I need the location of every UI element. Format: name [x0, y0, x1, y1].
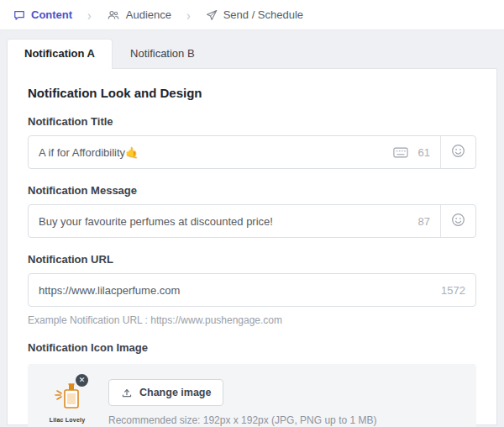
- url-field: Notification URL https://www.lilacperfum…: [28, 253, 476, 326]
- title-field: Notification Title A if for Affordibilit…: [28, 115, 476, 169]
- upload-icon: [121, 387, 133, 398]
- keyboard-icon[interactable]: [393, 147, 408, 158]
- image-size-recommendation: Recommended size: 192px x 192px (JPG, PN…: [108, 414, 376, 426]
- content-chat-icon: [13, 9, 25, 21]
- url-value[interactable]: https://www.lilacperfume.com: [29, 274, 431, 306]
- title-emoji-picker-button[interactable]: [440, 136, 475, 168]
- message-value[interactable]: Buy your favourite perfumes at discounte…: [29, 205, 408, 237]
- change-image-label: Change image: [139, 387, 211, 398]
- breadcrumb-label: Send / Schedule: [223, 8, 303, 21]
- breadcrumb-item-audience[interactable]: Audience: [107, 8, 171, 21]
- message-char-counter: 87: [418, 215, 430, 228]
- remove-image-button[interactable]: ✕: [76, 374, 88, 387]
- tab-notification-a[interactable]: Notification A: [7, 39, 113, 69]
- message-field: Notification Message Buy your favourite …: [28, 184, 476, 238]
- url-helper-text: Example Notification URL : https://www.p…: [28, 314, 476, 326]
- chevron-right-icon: ›: [87, 7, 92, 23]
- icon-image-label: Notification Icon Image: [28, 341, 476, 354]
- message-emoji-picker-button[interactable]: [440, 205, 475, 237]
- notification-design-panel: Notification Look and Design Notificatio…: [7, 68, 497, 425]
- perfume-bottle-image: [49, 403, 86, 415]
- audience-people-icon: [107, 9, 120, 21]
- message-input[interactable]: Buy your favourite perfumes at discounte…: [28, 204, 476, 238]
- send-paper-plane-icon: [206, 9, 218, 21]
- tab-notification-b[interactable]: Notification B: [113, 39, 213, 68]
- breadcrumb-item-send-schedule[interactable]: Send / Schedule: [206, 8, 303, 21]
- title-input[interactable]: A if for Affordibility🤙 61: [28, 135, 476, 169]
- breadcrumb-label: Audience: [126, 8, 171, 21]
- breadcrumb: Content › Audience › Send / Schedule: [0, 0, 504, 30]
- smiley-icon: [451, 144, 465, 161]
- breadcrumb-item-content[interactable]: Content: [13, 8, 72, 21]
- notification-tabs: Notification A Notification B: [7, 39, 504, 68]
- breadcrumb-label: Content: [31, 8, 72, 21]
- icon-image-box: ✕ Lilac Lovely: [28, 364, 476, 427]
- icon-image-thumbnail: ✕ Lilac Lovely: [41, 376, 93, 423]
- chevron-right-icon: ›: [186, 7, 191, 23]
- url-input[interactable]: https://www.lilacperfume.com 1572: [28, 273, 476, 307]
- message-label: Notification Message: [28, 184, 476, 197]
- smiley-icon: [451, 213, 465, 229]
- title-label: Notification Title: [28, 115, 476, 128]
- url-label: Notification URL: [28, 253, 476, 266]
- title-value[interactable]: A if for Affordibility🤙: [29, 136, 383, 168]
- url-char-counter: 1572: [441, 284, 465, 297]
- title-char-counter: 61: [418, 146, 430, 159]
- image-caption: Lilac Lovely: [41, 417, 93, 423]
- change-image-button[interactable]: Change image: [108, 379, 223, 406]
- section-heading: Notification Look and Design: [28, 86, 476, 100]
- icon-image-field: Notification Icon Image ✕ Lilac L: [28, 341, 476, 427]
